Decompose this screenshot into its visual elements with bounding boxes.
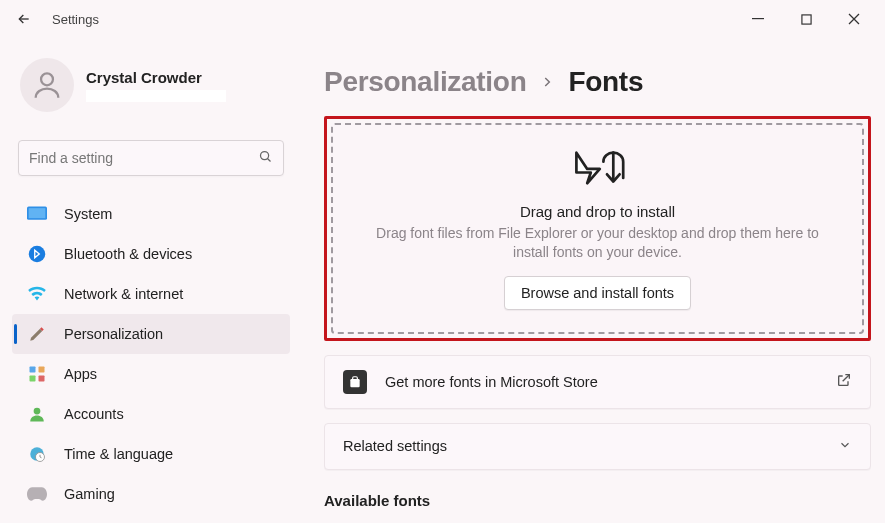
nav-label: System: [64, 206, 112, 222]
search-icon: [258, 149, 273, 168]
nav-item-time-language[interactable]: Time & language: [12, 434, 290, 474]
app-title: Settings: [52, 12, 99, 27]
accounts-icon: [26, 403, 48, 425]
svg-rect-7: [30, 367, 36, 373]
minimize-icon: [752, 13, 764, 25]
drop-zone-title: Drag and drop to install: [520, 203, 675, 220]
profile-block[interactable]: Crystal Crowder: [12, 52, 290, 130]
globe-clock-icon: [26, 443, 48, 465]
close-icon: [848, 13, 860, 25]
svg-point-2: [41, 73, 53, 85]
maximize-icon: [801, 14, 812, 25]
nav-item-apps[interactable]: Apps: [12, 354, 290, 394]
chevron-right-icon: [540, 71, 554, 94]
main-content: Personalization Fonts Drag and drop to i…: [298, 38, 885, 523]
profile-name: Crystal Crowder: [86, 69, 226, 86]
related-settings-label: Related settings: [343, 438, 447, 454]
nav-label: Personalization: [64, 326, 163, 342]
bluetooth-icon: [26, 243, 48, 265]
highlight-annotation: Drag and drop to install Drag font files…: [324, 116, 871, 341]
maximize-button[interactable]: [791, 4, 821, 34]
wifi-icon: [26, 283, 48, 305]
svg-point-6: [29, 246, 46, 263]
svg-rect-1: [801, 14, 810, 23]
back-button[interactable]: [10, 5, 38, 33]
title-bar: Settings: [0, 0, 885, 38]
microsoft-store-card[interactable]: Get more fonts in Microsoft Store: [324, 355, 871, 409]
nav-label: Network & internet: [64, 286, 183, 302]
nav-item-accounts[interactable]: Accounts: [12, 394, 290, 434]
related-settings-card[interactable]: Related settings: [324, 423, 871, 470]
svg-rect-5: [29, 208, 46, 218]
available-fonts-heading: Available fonts: [324, 492, 871, 509]
nav-item-gaming[interactable]: Gaming: [12, 474, 290, 514]
display-icon: [26, 203, 48, 225]
search-input[interactable]: [29, 150, 258, 166]
chevron-down-icon: [838, 438, 852, 455]
svg-rect-8: [39, 367, 45, 373]
browse-fonts-button[interactable]: Browse and install fonts: [504, 276, 691, 310]
profile-email-placeholder: [86, 90, 226, 102]
store-icon: [343, 370, 367, 394]
svg-rect-10: [39, 376, 45, 382]
nav-list: System Bluetooth & devices Network & int…: [12, 194, 290, 514]
paintbrush-icon: [26, 323, 48, 345]
nav-item-bluetooth[interactable]: Bluetooth & devices: [12, 234, 290, 274]
svg-point-3: [261, 151, 269, 159]
breadcrumb-current: Fonts: [568, 66, 643, 98]
nav-label: Bluetooth & devices: [64, 246, 192, 262]
font-drop-zone[interactable]: Drag and drop to install Drag font files…: [331, 123, 864, 334]
open-link-icon: [836, 372, 852, 391]
drag-drop-icon: [571, 147, 625, 193]
drop-zone-description: Drag font files from File Explorer or yo…: [363, 224, 832, 262]
store-card-label: Get more fonts in Microsoft Store: [385, 374, 598, 390]
avatar: [20, 58, 74, 112]
svg-rect-9: [30, 376, 36, 382]
apps-icon: [26, 363, 48, 385]
nav-label: Gaming: [64, 486, 115, 502]
nav-label: Apps: [64, 366, 97, 382]
svg-rect-0: [752, 18, 764, 19]
breadcrumb-parent[interactable]: Personalization: [324, 66, 526, 98]
window-controls: [743, 4, 875, 34]
arrow-left-icon: [16, 11, 32, 27]
nav-item-system[interactable]: System: [12, 194, 290, 234]
svg-rect-14: [350, 379, 359, 387]
svg-point-11: [34, 408, 41, 415]
nav-label: Time & language: [64, 446, 173, 462]
nav-label: Accounts: [64, 406, 124, 422]
breadcrumb: Personalization Fonts: [324, 66, 871, 98]
sidebar: Crystal Crowder System Bluetooth & devic…: [0, 38, 298, 523]
nav-item-personalization[interactable]: Personalization: [12, 314, 290, 354]
nav-item-network[interactable]: Network & internet: [12, 274, 290, 314]
search-box[interactable]: [18, 140, 284, 176]
minimize-button[interactable]: [743, 4, 773, 34]
person-icon: [30, 68, 64, 102]
close-button[interactable]: [839, 4, 869, 34]
gamepad-icon: [26, 483, 48, 505]
